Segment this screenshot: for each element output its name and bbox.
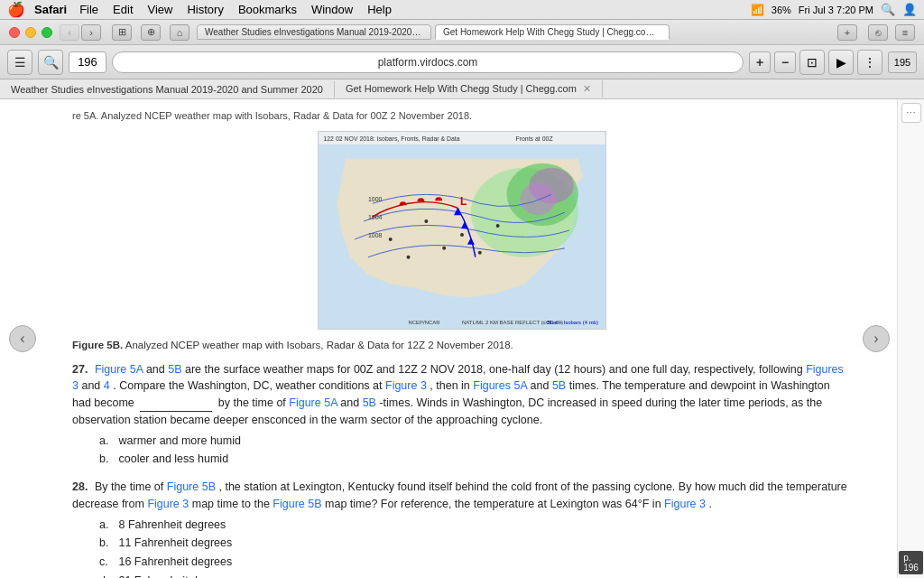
sidebar-toggle[interactable]: ≡ xyxy=(895,24,915,41)
svg-point-14 xyxy=(407,255,411,258)
svg-point-11 xyxy=(424,219,428,223)
menu-bookmarks[interactable]: Bookmarks xyxy=(231,3,304,16)
menu-window[interactable]: Window xyxy=(304,3,360,16)
q27-choice-b: b. cooler and less humid xyxy=(99,451,852,468)
home-button[interactable]: ⌂ xyxy=(170,24,189,41)
new-tab-button[interactable]: ⊕ xyxy=(141,24,161,41)
q27-link-fig5a3[interactable]: Figure 5A xyxy=(289,396,337,409)
q27-link-4[interactable]: 4 xyxy=(104,379,110,392)
svg-text:122  02 NOV 2018: Isobars, Fro: 122 02 NOV 2018: Isobars, Fronts, Radar … xyxy=(323,135,459,141)
page-195-button[interactable]: 195 xyxy=(888,51,917,73)
svg-text:1004: 1004 xyxy=(368,214,383,220)
close-button[interactable] xyxy=(9,27,20,38)
menu-history[interactable]: History xyxy=(180,3,230,16)
new-tab-plus[interactable]: + xyxy=(837,24,857,41)
svg-text:L: L xyxy=(460,195,467,208)
figure-5b-caption: Figure 5B. Analyzed NCEP weather map wit… xyxy=(72,338,852,353)
forward-button[interactable]: › xyxy=(81,24,101,41)
q27-link-fig5a2[interactable]: Figures 5A xyxy=(473,379,527,392)
q28-link-fig5b[interactable]: Figure 5B xyxy=(167,480,216,493)
q27-choice-a: a. warmer and more humid xyxy=(99,433,852,450)
subtab-close[interactable]: ✕ xyxy=(583,83,591,94)
maximize-button[interactable] xyxy=(42,27,52,38)
svg-point-13 xyxy=(496,224,500,228)
address-bar[interactable] xyxy=(112,51,744,73)
back-button[interactable]: ‹ xyxy=(60,24,79,41)
sidebar-btn-1[interactable]: ⋯ xyxy=(901,103,921,123)
subtab-chegg[interactable]: Get Homework Help With Chegg Study | Che… xyxy=(335,80,603,98)
q28-link-fig3b[interactable]: Figure 3 xyxy=(664,498,706,510)
menu-edit[interactable]: Edit xyxy=(106,3,140,16)
tab-controls: ⊞ xyxy=(112,24,132,41)
svg-point-12 xyxy=(460,232,464,236)
traffic-lights xyxy=(9,27,52,38)
search-toolbar-button[interactable]: 🔍 xyxy=(38,50,63,75)
play-button[interactable]: ▶ xyxy=(828,50,854,75)
tab-weather-studies[interactable]: Weather Studies eInvestigations Manual 2… xyxy=(197,24,431,40)
q27-number: 27. xyxy=(72,363,88,376)
q28-text4: . xyxy=(708,498,711,510)
toolbar: ☰ 🔍 + − ⊡ ▶ ⋮ 195 xyxy=(0,45,924,79)
share-button[interactable]: ⎋ xyxy=(868,24,888,41)
q28-link-fig3[interactable]: Figure 3 xyxy=(147,498,189,510)
q28-choices: a. 8 Fahrenheit degrees b. 11 Fahrenheit… xyxy=(99,517,852,579)
q28-number: 28. xyxy=(72,480,88,493)
svg-text:1008: 1008 xyxy=(368,231,383,238)
app-name[interactable]: Safari xyxy=(34,3,67,16)
titlebar: ‹ › ⊞ ⊕ ⌂ Weather Studies eInvestigation… xyxy=(0,20,924,45)
q28-choice-d: d. 21 Fahrenheit degrees xyxy=(99,573,852,578)
menu-help[interactable]: Help xyxy=(360,3,399,16)
user-icon[interactable]: 👤 xyxy=(902,3,917,16)
q27-text9: -times. Winds in Washington, DC increase… xyxy=(72,396,822,426)
q27-link-fig3b[interactable]: Figure 3 xyxy=(385,379,427,392)
content-area: ‹ re 5A. Analyzed NCEP weather map with … xyxy=(0,99,924,578)
q27-and: and xyxy=(146,363,168,376)
svg-text:NCEP/NCAR: NCEP/NCAR xyxy=(409,320,441,325)
nav-buttons: ‹ › xyxy=(60,24,101,41)
q27-link-5b[interactable]: 5B xyxy=(168,363,181,376)
question-28: 28. By the time of Figure 5B , the stati… xyxy=(72,479,852,578)
menu-file[interactable]: File xyxy=(72,3,106,16)
svg-point-5 xyxy=(520,182,556,215)
q27-link-fig5a[interactable]: Figure 5A xyxy=(95,363,143,376)
minimize-button[interactable] xyxy=(25,27,36,38)
q27-link-5b3[interactable]: 5B xyxy=(363,396,376,409)
svg-text:Fronts at 00Z: Fronts at 00Z xyxy=(515,135,553,141)
q27-link-5b2[interactable]: 5B xyxy=(552,379,566,392)
q27-text1: are the surface weather maps for 00Z and… xyxy=(185,363,806,376)
svg-point-16 xyxy=(478,250,482,254)
more-options-button[interactable]: ⋮ xyxy=(857,50,882,75)
sidebar-menu-button[interactable]: ☰ xyxy=(7,50,32,75)
figure-5a-caption-top: re 5A. Analyzed NCEP weather map with Is… xyxy=(72,108,852,124)
zoom-out-button[interactable]: − xyxy=(774,51,796,73)
subtab-weather-studies[interactable]: Weather Studies eInvestigations Manual 2… xyxy=(0,81,335,98)
page-badge: p. 196 xyxy=(899,551,923,574)
toolbar-right-controls: + − ⊡ ▶ ⋮ xyxy=(749,50,882,75)
tab-list-button[interactable]: ⊞ xyxy=(112,24,132,41)
q27-blank xyxy=(140,411,212,412)
menu-view[interactable]: View xyxy=(141,3,180,16)
svg-point-15 xyxy=(442,246,446,249)
prev-page-arrow[interactable]: ‹ xyxy=(9,325,36,352)
apple-menu[interactable]: 🍎 xyxy=(7,1,25,18)
q27-text2: and xyxy=(81,379,103,392)
question-27: 27. Figure 5A and 5B are the surface wea… xyxy=(72,361,852,469)
q27-text5: and xyxy=(531,379,552,392)
battery-indicator: 36% xyxy=(772,5,791,15)
q28-choice-c: c. 16 Fahrenheit degrees xyxy=(99,554,852,571)
page-number-input[interactable] xyxy=(69,51,106,73)
search-icon[interactable]: 🔍 xyxy=(881,3,895,16)
q28-choice-b: b. 11 Fahrenheit degrees xyxy=(99,535,852,552)
fit-page-button[interactable]: ⊡ xyxy=(799,50,825,75)
q28-link-fig5b2[interactable]: Figure 5B xyxy=(273,498,321,510)
tab-chegg[interactable]: Get Homework Help With Chegg Study | Che… xyxy=(435,24,670,40)
q28-choice-a: a. 8 Fahrenheit degrees xyxy=(99,517,852,534)
next-page-arrow[interactable]: › xyxy=(863,325,890,352)
clock: Fri Jul 3 7:20 PM xyxy=(799,5,873,15)
page-content: re 5A. Analyzed NCEP weather map with Is… xyxy=(0,99,897,578)
q27-text4: , then in xyxy=(430,379,473,392)
q28-text3: map time? For reference, the temperature… xyxy=(325,498,664,510)
tab-bar: Weather Studies eInvestigations Manual 2… xyxy=(197,24,830,40)
tab-close-2[interactable]: ✕ xyxy=(659,27,666,37)
zoom-in-button[interactable]: + xyxy=(749,51,771,73)
